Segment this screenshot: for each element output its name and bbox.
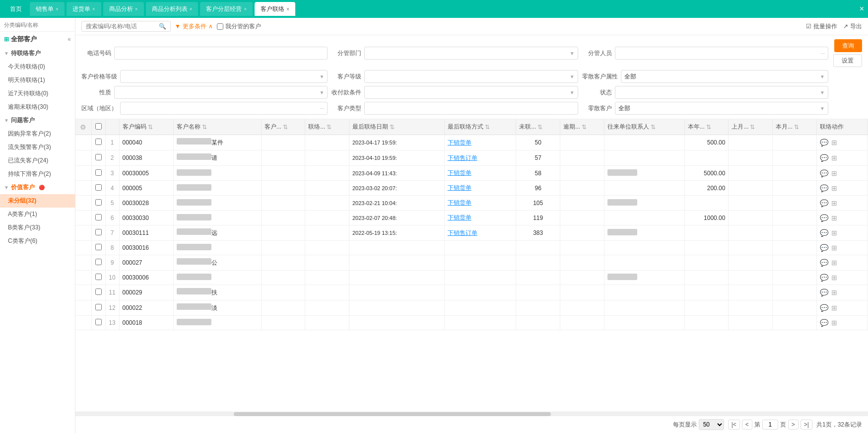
sort-year-icon[interactable]: ⇅ (706, 124, 711, 131)
contact-method-link[interactable]: 下销货单 (448, 139, 471, 146)
tab-customer-contact[interactable]: 客户联络 × (255, 2, 295, 16)
col-code[interactable]: 客户编码 ⇅ (119, 119, 173, 135)
chat-icon[interactable]: 💬 (820, 139, 828, 146)
sort-name-icon[interactable]: ⇅ (202, 124, 207, 131)
settings-icon[interactable]: ⚙ (80, 123, 86, 131)
last-contact-method[interactable] (444, 300, 516, 316)
sidebar-item-a-class[interactable]: A类客户(1) (0, 208, 75, 221)
chat-icon[interactable]: 💬 (820, 229, 828, 237)
phone-input[interactable] (114, 47, 328, 60)
close-purchase-icon[interactable]: × (92, 6, 95, 12)
main-search-box[interactable]: 🔍 (81, 21, 171, 32)
row-checkbox[interactable] (91, 211, 105, 225)
close-window-icon[interactable]: × (860, 4, 864, 13)
row-check-input[interactable] (95, 319, 102, 325)
tab-sales[interactable]: 销售单 × (30, 2, 65, 16)
chat-icon[interactable]: 💬 (820, 319, 828, 327)
sidebar-search-box[interactable]: 🔍 (0, 18, 75, 32)
customer-type-select[interactable] (364, 102, 578, 115)
close-customer-contact-icon[interactable]: × (286, 6, 289, 12)
col-type[interactable]: 客户... ⇅ (261, 119, 305, 135)
chat-icon[interactable]: 💬 (820, 169, 828, 177)
row-checkbox[interactable] (91, 255, 105, 271)
tab-purchase[interactable]: 进货单 × (67, 2, 101, 16)
grid-action-icon[interactable]: ⊞ (831, 319, 837, 327)
first-page-btn[interactable]: |< (728, 420, 740, 430)
row-check-input[interactable] (95, 199, 102, 206)
last-contact-method[interactable]: 下销货单 (444, 135, 516, 150)
col-overdue[interactable]: 逾期... ⇅ (560, 119, 604, 135)
select-all-checkbox[interactable] (95, 123, 102, 130)
chat-icon[interactable]: 💬 (820, 244, 828, 252)
row-check-input[interactable] (95, 139, 102, 145)
customer-level-select[interactable]: ▼ (364, 70, 578, 83)
row-checkbox[interactable] (91, 150, 105, 166)
tab-product-analysis[interactable]: 商品分析 × (103, 2, 144, 16)
col-last-contact-method[interactable]: 最后联络方式 ⇅ (444, 119, 516, 135)
row-check-input[interactable] (95, 274, 102, 280)
scatter-attr-select[interactable]: 全部 ▼ (621, 70, 828, 83)
sidebar-item-overdue[interactable]: 逾期未联络(30) (0, 100, 75, 114)
main-search-input[interactable] (86, 23, 157, 30)
tab-home[interactable]: 首页 (4, 2, 28, 16)
row-checkbox[interactable] (91, 196, 105, 211)
last-contact-method[interactable]: 下销售订单 (444, 150, 516, 166)
current-page-input[interactable] (762, 420, 778, 430)
last-contact-method[interactable] (444, 271, 516, 285)
close-customer-segment-icon[interactable]: × (244, 6, 247, 12)
sidebar-item-churned[interactable]: 已流失客户(24) (0, 154, 75, 167)
row-checkbox[interactable] (91, 300, 105, 316)
last-contact-method[interactable] (444, 241, 516, 255)
sort-thismonth-icon[interactable]: ⇅ (794, 124, 799, 131)
chat-icon[interactable]: 💬 (820, 259, 828, 267)
export-btn[interactable]: ↗ 导出 (843, 22, 862, 31)
collapse-sidebar-icon[interactable]: « (67, 36, 71, 43)
row-checkbox[interactable] (91, 166, 105, 181)
next-page-btn[interactable]: > (788, 420, 799, 430)
sidebar-item-7days[interactable]: 近7天待联络(0) (0, 87, 75, 100)
sort-date-icon[interactable]: ⇅ (390, 124, 395, 131)
row-check-input[interactable] (95, 154, 102, 160)
sort-company-icon[interactable]: ⇅ (651, 124, 656, 131)
contact-method-link[interactable]: 下销货单 (448, 184, 471, 191)
contact-method-link[interactable]: 下销货单 (448, 214, 471, 221)
all-customers-header[interactable]: ⊞ 全部客户 « (0, 32, 75, 47)
per-page-select[interactable]: 50 100 200 (699, 419, 724, 430)
row-checkbox[interactable] (91, 285, 105, 300)
my-customers-check-input[interactable] (217, 23, 223, 30)
reset-button[interactable]: 设置 (833, 54, 862, 67)
contact-method-link[interactable]: 下销货单 (448, 169, 471, 176)
batch-operation-btn[interactable]: ☑ 批量操作 (806, 22, 837, 31)
row-checkbox[interactable] (91, 225, 105, 241)
region-select[interactable]: ··· (120, 102, 328, 115)
sidebar-item-abnormal[interactable]: 因购异常客户(2) (0, 127, 75, 141)
grid-action-icon[interactable]: ⊞ (831, 184, 837, 192)
row-check-input[interactable] (95, 169, 102, 176)
chat-icon[interactable]: 💬 (820, 154, 828, 162)
sort-method-icon[interactable]: ⇅ (485, 124, 490, 131)
pending-contact-group[interactable]: ▼ 待联络客户 (0, 47, 75, 60)
my-customers-checkbox[interactable]: 我分管的客户 (217, 22, 261, 31)
scatter-customer-select[interactable]: 全部 ▼ (615, 102, 828, 115)
last-contact-method[interactable]: 下销货单 (444, 196, 516, 211)
problem-customer-group[interactable]: ▼ 问题客户 (0, 114, 75, 127)
chat-icon[interactable]: 💬 (820, 304, 828, 312)
tab-customer-segment[interactable]: 客户分层经营 × (200, 2, 253, 16)
sidebar-item-b-class[interactable]: B类客户(33) (0, 221, 75, 234)
row-check-input[interactable] (95, 289, 102, 295)
chat-icon[interactable]: 💬 (820, 184, 828, 192)
last-contact-method[interactable]: 下销货单 (444, 181, 516, 196)
row-check-input[interactable] (95, 229, 102, 235)
contact-method-link[interactable]: 下销货单 (448, 199, 471, 206)
chat-icon[interactable]: 💬 (820, 274, 828, 282)
grid-action-icon[interactable]: ⊞ (831, 154, 837, 162)
col-settings[interactable]: ⚙ (75, 119, 91, 135)
grid-action-icon[interactable]: ⊞ (831, 259, 837, 267)
sidebar-item-declining[interactable]: 持续下滑客户(2) (0, 167, 75, 181)
last-contact-method[interactable]: 下销货单 (444, 211, 516, 225)
row-check-input[interactable] (95, 244, 102, 250)
status-select[interactable]: ▼ (615, 86, 828, 99)
col-this-month[interactable]: 本月... ⇅ (773, 119, 817, 135)
sort-contact-icon[interactable]: ⇅ (327, 124, 332, 131)
chat-icon[interactable]: 💬 (820, 289, 828, 296)
